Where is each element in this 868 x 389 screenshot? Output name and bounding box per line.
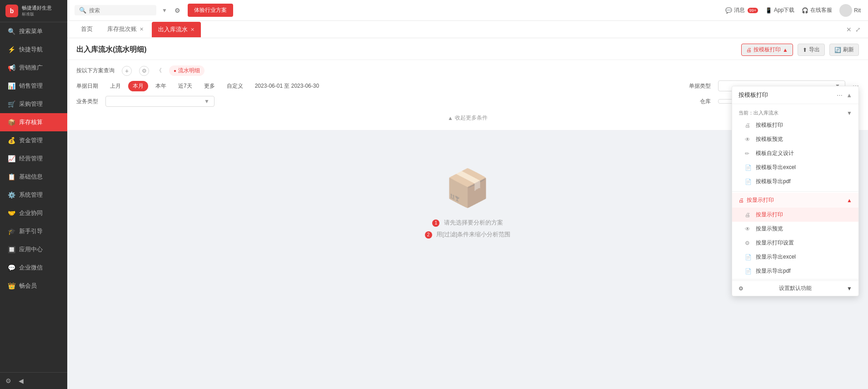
content-area: 出入库流水(流水明细) 🖨 按模板打印 ▲ ⬆ 导出 🔄 刷新: [67, 38, 868, 389]
tab-label-home: 首页: [81, 25, 93, 32]
display-export-pdf-item[interactable]: 📄 按显示导出pdf: [732, 264, 858, 278]
dropdown-header-actions: ⋯ ▲: [837, 92, 852, 99]
sidebar-item-label-finance: 资金管理: [19, 136, 43, 145]
display-section-header[interactable]: 🖨 按显示打印 ▲: [732, 193, 858, 208]
sidebar-item-basic[interactable]: 📋 基础信息: [0, 168, 67, 186]
sidebar-item-member[interactable]: 👑 畅会员: [0, 277, 67, 295]
date-chips: 上月本月本年近7天更多自定义: [105, 81, 248, 91]
tab-close-flow[interactable]: ✕: [190, 27, 195, 32]
sidebar-item-collab[interactable]: 🤝 企业协同: [0, 204, 67, 222]
dropdown-close-icon[interactable]: ▲: [846, 92, 852, 99]
search-input[interactable]: [89, 7, 144, 14]
dropdown-current-label: 当前：出入库流水 ▼: [732, 106, 858, 118]
export-btn[interactable]: ⬆ 导出: [798, 44, 825, 56]
guide-icon: 🎓: [7, 228, 15, 235]
collapse-conditions-btn[interactable]: ▲ 收起更多条件: [448, 111, 488, 125]
sidebar-item-label-basic: 基础信息: [19, 173, 43, 181]
finance-icon: 💰: [7, 137, 15, 144]
filter-tag-selected[interactable]: ● 流水明细: [169, 65, 205, 76]
tab-home[interactable]: 首页: [75, 21, 99, 38]
close-all-tabs-icon[interactable]: ✕: [846, 26, 852, 33]
dropdown-footer-divider: [732, 279, 858, 279]
sidebar-item-label-system: 系统管理: [19, 191, 43, 199]
set-default-btn[interactable]: ⚙ 设置默认功能 ▼: [732, 280, 858, 296]
filter-row-1: 按以下方案查询 + ⚙ 《 ● 流水明细: [76, 65, 859, 76]
section-collapse-icon: ▲: [847, 197, 852, 204]
sidebar-bottom: ⚙ ◀: [0, 372, 67, 389]
dropdown-header: 按模板打印 ⋯ ▲: [732, 86, 858, 104]
inventory-icon: 📦: [7, 119, 15, 126]
display-preview-item[interactable]: 👁 按显示预览: [732, 222, 858, 236]
topbar-search-box[interactable]: 🔍: [75, 5, 156, 15]
sidebar-item-sales[interactable]: 📊 销售管理: [0, 77, 67, 95]
date-chip-更多[interactable]: 更多: [200, 81, 219, 91]
collab-icon: 🤝: [7, 209, 15, 217]
page-actions: 🖨 按模板打印 ▲ ⬆ 导出 🔄 刷新: [741, 44, 859, 56]
tab-close-batch[interactable]: ✕: [140, 26, 144, 32]
display-export-excel-item[interactable]: 📄 按显示导出excel: [732, 250, 858, 264]
expand-tab-icon[interactable]: ⤢: [855, 26, 861, 33]
user-avatar-area[interactable]: Rit: [839, 4, 861, 17]
settings-gear-icon[interactable]: ⚙: [175, 7, 180, 14]
display-print-item[interactable]: 🖨 按显示打印: [732, 208, 858, 222]
date-chip-自定义[interactable]: 自定义: [222, 81, 248, 91]
sidebar-item-label-search: 搜索菜单: [19, 27, 43, 35]
date-chip-近7天[interactable]: 近7天: [174, 81, 197, 91]
sidebar-item-system[interactable]: ⚙️ 系统管理: [0, 186, 67, 204]
refresh-icon: 🔄: [834, 47, 841, 53]
preview2-icon: 👁: [745, 226, 752, 232]
display-settings-item[interactable]: ⚙ 按显示打印设置: [732, 236, 858, 250]
online-service-btn[interactable]: 🎧 在线客服: [802, 6, 832, 14]
filter-settings-btn[interactable]: ⚙: [139, 66, 149, 76]
warehouse-label: 仓库: [700, 98, 711, 105]
system-icon: ⚙️: [7, 191, 15, 199]
template-print-item[interactable]: 🖨 按模板打印: [732, 118, 858, 132]
sidebar-item-search[interactable]: 🔍 搜索菜单: [0, 22, 67, 40]
expand-section-icon: 🖨: [738, 197, 744, 204]
tab-batch[interactable]: 库存批次账✕: [101, 21, 150, 38]
sidebar-item-finance[interactable]: 💰 资金管理: [0, 131, 67, 150]
sidebar-item-wechat[interactable]: 💬 企业微信: [0, 259, 67, 277]
date-filter-label: 单据日期: [76, 82, 98, 90]
collapse-sidebar-icon[interactable]: ◀: [19, 377, 24, 384]
template-preview-item[interactable]: 👁 按模板预览: [732, 132, 858, 146]
template-custom-item[interactable]: ✏ 模板自定义设计: [732, 146, 858, 160]
sidebar-item-purchase[interactable]: 🛒 采购管理: [0, 95, 67, 113]
date-chip-本月[interactable]: 本月: [128, 81, 148, 91]
sidebar: b 畅捷通好生意 标准版 🔍 搜索菜单 ⚡ 快捷导航 📢 营销推广 📊 销售管理…: [0, 0, 67, 389]
sidebar-item-operation[interactable]: 📈 经营管理: [0, 150, 67, 168]
dropdown-template-section: 当前：出入库流水 ▼ 🖨 按模板打印 👁 按模板预览 ✏ 模板自定义设计 📄: [732, 104, 858, 190]
filter-collapse-icon[interactable]: 《: [156, 67, 162, 75]
sidebar-item-shortcut[interactable]: ⚡ 快捷导航: [0, 40, 67, 59]
sidebar-item-label-collab: 企业协同: [19, 209, 43, 217]
template-export-excel-item[interactable]: 📄 按模板导出excel: [732, 160, 858, 175]
dropdown-more-icon[interactable]: ⋯: [837, 92, 843, 99]
sidebar-item-label-guide: 新手引导: [19, 227, 43, 235]
sidebar-item-label-wechat: 企业微信: [19, 264, 43, 272]
printer2-icon: 🖨: [745, 212, 752, 218]
date-chip-上月[interactable]: 上月: [105, 81, 125, 91]
sidebar-item-inventory[interactable]: 📦 库存核算: [0, 113, 67, 131]
settings-icon[interactable]: ⚙: [5, 377, 11, 384]
trial-btn[interactable]: 体验行业方案: [188, 4, 233, 17]
sidebar-item-marketing[interactable]: 📢 营销推广: [0, 59, 67, 77]
message-btn[interactable]: 💬 消息 99+: [725, 6, 758, 14]
sidebar-item-apps[interactable]: 🔲 应用中心: [0, 240, 67, 259]
dropdown-title: 按模板打印: [738, 91, 768, 99]
page-title: 出入库流水(流水明细): [76, 45, 147, 55]
settings2-icon: ⚙: [745, 240, 752, 246]
print-dropdown: 按模板打印 ⋯ ▲ 当前：出入库流水 ▼ 🖨 按模板打印 👁 按模板预览: [732, 86, 859, 296]
sidebar-item-label-inventory: 库存核算: [19, 118, 43, 126]
print-btn[interactable]: 🖨 按模板打印 ▲: [741, 44, 793, 56]
filter-add-btn[interactable]: +: [122, 66, 132, 76]
date-chip-本年[interactable]: 本年: [151, 81, 171, 91]
print-dropdown-arrow[interactable]: ▲: [783, 47, 788, 53]
sidebar-item-guide[interactable]: 🎓 新手引导: [0, 222, 67, 240]
search-icon: 🔍: [7, 28, 15, 35]
business-type-select[interactable]: ▼: [105, 96, 215, 107]
app-download-btn[interactable]: 📱 App下载: [765, 6, 794, 14]
refresh-btn[interactable]: 🔄 刷新: [829, 44, 859, 56]
tab-flow[interactable]: 出入库流水✕: [152, 22, 201, 37]
search-dropdown-icon[interactable]: ▼: [162, 7, 167, 14]
template-export-pdf-item[interactable]: 📄 按模板导出pdf: [732, 175, 858, 189]
